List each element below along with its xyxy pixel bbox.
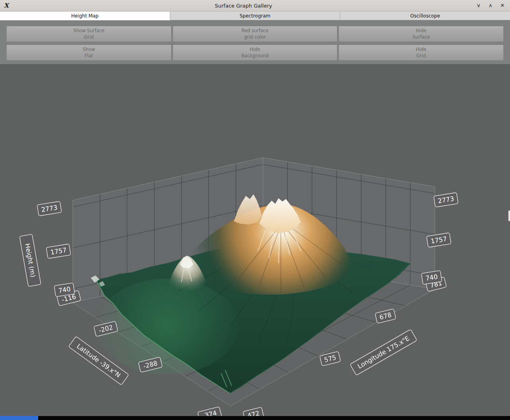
surface-grid-color-button[interactable]: Red surface grid color [173, 26, 338, 42]
surface-plot-canvas[interactable]: Height (m) 2773 1757 -116 [0, 64, 510, 416]
button-label: Hide [339, 46, 503, 53]
button-label: Hide [339, 27, 503, 34]
hide-grid-button[interactable]: Hide Grid [339, 45, 504, 61]
show-flat-button[interactable]: Show Flat [6, 45, 171, 61]
button-label: grid color [173, 34, 337, 40]
taskbar-accent [0, 416, 38, 420]
window-controls: ∨ ∧ ✕ [475, 2, 506, 9]
longitude-axis-title: Longitude 175.x"E [350, 329, 417, 375]
tab-oscilloscope[interactable]: Oscilloscope [340, 12, 510, 20]
button-label: Red surface [173, 27, 337, 34]
tab-height-map[interactable]: Height Map [0, 12, 170, 20]
button-label: Background [173, 53, 337, 59]
button-label: Surface [339, 34, 503, 40]
tab-bar: Height Map Spectrogram Oscilloscope [0, 12, 510, 20]
longitude-tick: 575 [320, 352, 341, 366]
titlebar: X Surface Graph Gallery ∨ ∧ ✕ [0, 0, 510, 12]
button-label: Grid [7, 34, 171, 40]
app-icon: X [4, 2, 12, 9]
close-icon[interactable]: ✕ [499, 2, 506, 9]
hide-surface-button[interactable]: Hide Surface [339, 26, 504, 42]
button-label: Show [7, 46, 171, 53]
plot-area: Height (m) 2773 1757 -116 [0, 64, 510, 416]
button-label: Flat [7, 53, 171, 59]
height-axis-title: Height (m) [19, 234, 41, 287]
height-tick: 2773 [434, 193, 458, 207]
minimize-icon[interactable]: ∨ [475, 2, 482, 9]
latitude-tick: -374 [198, 407, 222, 416]
toolbar: Show Surface Grid Red surface grid color… [0, 20, 510, 64]
taskbar-strip [0, 416, 510, 420]
svg-text:Longitude 175.x"E: Longitude 175.x"E [356, 334, 411, 370]
show-surface-grid-button[interactable]: Show Surface Grid [6, 26, 171, 42]
hide-background-button[interactable]: Hide Background [173, 45, 338, 61]
longitude-tick: 472 [243, 407, 264, 416]
window-edge-artifact [508, 211, 510, 221]
tab-spectrogram[interactable]: Spectrogram [170, 12, 341, 20]
maximize-icon[interactable]: ∧ [487, 2, 494, 9]
button-label: Show Surface [7, 27, 171, 34]
height-tick: 1757 [46, 244, 71, 259]
height-tick: 2773 [37, 201, 62, 216]
window-title: Surface Graph Gallery [12, 3, 475, 9]
button-label: Grid [339, 53, 503, 59]
button-label: Hide [173, 46, 337, 53]
application-window: X Surface Graph Gallery ∨ ∧ ✕ Height Map… [0, 0, 510, 420]
